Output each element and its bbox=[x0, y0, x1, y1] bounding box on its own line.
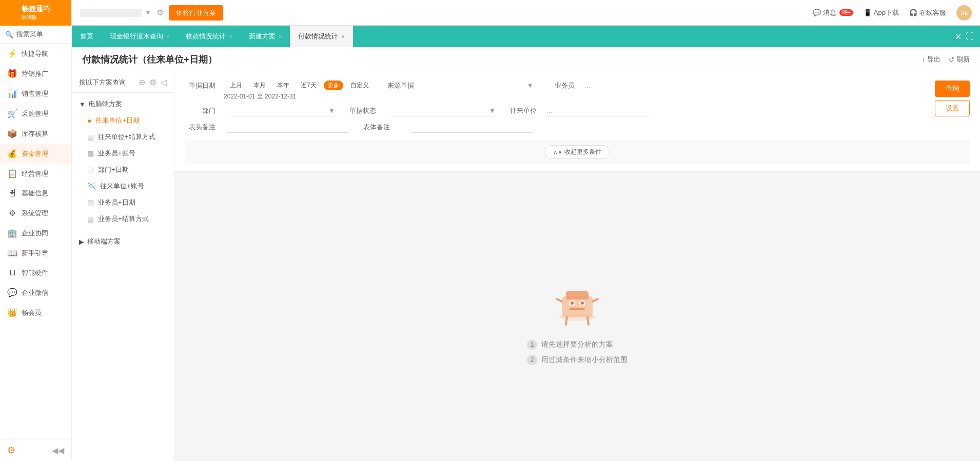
hint-text-2: 用过滤条件来缩小分析范围 bbox=[541, 355, 628, 365]
refresh-btn[interactable]: ↺ 刷新 bbox=[949, 55, 970, 64]
body-note-label: 表体备注 bbox=[359, 123, 390, 132]
scheme-group-mobile-title[interactable]: ▶ 移动端方案 bbox=[72, 233, 174, 250]
sidebar-item-vip[interactable]: 👑畅会员 bbox=[0, 303, 71, 323]
sidebar-item-wechat[interactable]: 💬企业微信 bbox=[0, 283, 71, 303]
tab-new-scheme[interactable]: 新建方案 × bbox=[241, 26, 290, 47]
source-select[interactable]: ▼ bbox=[424, 80, 534, 91]
empty-illustration bbox=[546, 268, 608, 331]
dept-select[interactable]: ▼ bbox=[226, 105, 335, 116]
app-download-btn[interactable]: 📱 App下载 bbox=[864, 8, 899, 17]
sidebar-item-newbie[interactable]: 📖新手引导 bbox=[0, 243, 71, 263]
dropdown-icon[interactable]: ▼ bbox=[145, 9, 151, 16]
svg-rect-2 bbox=[566, 291, 589, 299]
tab-receivable[interactable]: 收款情况统计 × bbox=[178, 26, 240, 47]
dept-value bbox=[226, 107, 328, 114]
sidebar-label-wechat: 企业微信 bbox=[22, 288, 48, 297]
sidebar-item-sales[interactable]: 📊销售管理 bbox=[0, 84, 71, 104]
sidebar-icon-basics: 🗄 bbox=[7, 189, 17, 198]
collapse-bar: ∧∧ 收起更多条件 bbox=[185, 140, 970, 164]
scheme-item-staff-account[interactable]: ▦ 业务员+账号 bbox=[72, 145, 174, 162]
sidebar-item-basics[interactable]: 🗄基础信息 bbox=[0, 184, 71, 203]
scheme-item-staff-date[interactable]: ▦ 业务员+日期 bbox=[72, 194, 174, 211]
sidebar-label-marketing: 营销推广 bbox=[22, 69, 48, 78]
sidebar-item-hardware[interactable]: 🖥智能硬件 bbox=[0, 263, 71, 283]
tab-payment-stats[interactable]: 付款情况统计 × bbox=[290, 26, 352, 47]
sidebar-item-inventory[interactable]: 📦库存核算 bbox=[0, 124, 71, 144]
messages-btn[interactable]: 💬 消息 99+ bbox=[813, 8, 853, 17]
scheme-item-counterpart-payment[interactable]: ▦ 往来单位+结算方式 bbox=[72, 129, 174, 145]
collapse-sidebar-btn[interactable]: ◀◀ bbox=[52, 446, 64, 455]
scheme-item-counterpart-account[interactable]: 📉 往来单位+账号 bbox=[72, 178, 174, 194]
sidebar: 畅捷通巧 标准版 🔍 搜索菜单 ⚡快捷导航🎁营销推广📊销售管理🛒采购管理📦库存核… bbox=[0, 0, 72, 461]
date-more[interactable]: 更多 bbox=[324, 81, 343, 90]
date-this-year[interactable]: 本年 bbox=[273, 79, 293, 91]
doc-status-select[interactable]: ▼ bbox=[386, 105, 496, 116]
sidebar-item-system[interactable]: ⚙系统管理 bbox=[0, 203, 71, 223]
sidebar-icon-system: ⚙ bbox=[7, 208, 17, 218]
scheme-item-dept-date[interactable]: ▦ 部门+日期 bbox=[72, 162, 174, 178]
sidebar-logo: 畅捷通巧 标准版 bbox=[0, 0, 71, 26]
scheme-item-staff-payment[interactable]: ▦ 业务员+结算方式 bbox=[72, 211, 174, 227]
search-label: 搜索菜单 bbox=[16, 30, 43, 39]
trial-btn[interactable]: 体验行业方案 bbox=[169, 5, 223, 21]
source-dropdown-icon: ▼ bbox=[527, 82, 534, 89]
tab-new-scheme-label: 新建方案 bbox=[249, 32, 276, 41]
header-note-input[interactable] bbox=[226, 122, 349, 133]
date-last-7[interactable]: 近7天 bbox=[297, 79, 321, 91]
body-area: 按以下方案查询 ⊕ ⚙ ◁ ▼ 电脑端方案 ● 往来单位+日期 bbox=[72, 72, 980, 461]
body-note-input[interactable] bbox=[410, 122, 534, 133]
expand-icon[interactable]: ⛶ bbox=[966, 32, 974, 41]
scheme-item-counterpart-date[interactable]: ● 往来单位+日期 bbox=[72, 112, 174, 129]
date-this-month[interactable]: 本月 bbox=[249, 79, 270, 91]
add-scheme-btn[interactable]: ⊕ bbox=[139, 77, 145, 87]
sidebar-icon-quick-nav: ⚡ bbox=[7, 49, 17, 58]
tab-new-scheme-close[interactable]: × bbox=[279, 33, 282, 39]
doc-status-dropdown-icon: ▼ bbox=[489, 107, 496, 114]
sidebar-icon-vip: 👑 bbox=[7, 308, 17, 317]
sidebar-search[interactable]: 🔍 搜索菜单 bbox=[0, 26, 71, 44]
tab-cash-flow-close[interactable]: × bbox=[166, 33, 169, 39]
sidebar-item-operation[interactable]: 📋经营管理 bbox=[0, 164, 71, 184]
staff-value: ... bbox=[585, 82, 688, 89]
export-btn[interactable]: ↑ 导出 bbox=[922, 55, 941, 64]
sidebar-item-marketing[interactable]: 🎁营销推广 bbox=[0, 64, 71, 84]
sidebar-label-finance: 资金管理 bbox=[22, 149, 48, 158]
date-last-month[interactable]: 上月 bbox=[226, 79, 246, 91]
date-custom[interactable]: 自定义 bbox=[346, 79, 373, 91]
svg-rect-7 bbox=[570, 308, 585, 310]
settings-btn[interactable]: 设置 bbox=[935, 100, 970, 116]
tab-payment-stats-label: 付款情况统计 bbox=[298, 32, 338, 41]
hint-num-2: 2 bbox=[527, 355, 537, 365]
sidebar-item-purchase[interactable]: 🛒采购管理 bbox=[0, 104, 71, 124]
close-all-icon[interactable]: ✕ bbox=[955, 32, 962, 42]
app-download-label: App下载 bbox=[874, 8, 899, 17]
query-btn[interactable]: 查询 bbox=[935, 81, 970, 97]
collapse-conditions-btn[interactable]: ∧∧ 收起更多条件 bbox=[544, 145, 610, 159]
sidebar-item-enterprise[interactable]: 🏢企业协同 bbox=[0, 223, 71, 243]
user-avatar[interactable]: Rit bbox=[956, 5, 972, 21]
source-value bbox=[424, 82, 527, 89]
logo-sub: 标准版 bbox=[22, 14, 50, 21]
empty-hints: 1 请先选择要分析的方案 2 用过滤条件来缩小分析范围 bbox=[527, 339, 628, 365]
scheme-group-desktop-title[interactable]: ▼ 电脑端方案 bbox=[72, 96, 174, 112]
sidebar-item-finance[interactable]: 💰资金管理 bbox=[0, 144, 71, 164]
tab-cash-flow[interactable]: 现金银行流水查询 × bbox=[102, 26, 178, 47]
scheme-panel: 按以下方案查询 ⊕ ⚙ ◁ ▼ 电脑端方案 ● 往来单位+日期 bbox=[72, 72, 174, 461]
counterpart-select[interactable]: ... bbox=[547, 105, 650, 116]
sidebar-item-quick-nav[interactable]: ⚡快捷导航 bbox=[0, 44, 71, 64]
tab-receivable-close[interactable]: × bbox=[229, 33, 232, 39]
sidebar-label-inventory: 库存核算 bbox=[22, 129, 48, 138]
settings-icon[interactable]: ⚙ bbox=[7, 445, 15, 456]
company-info: ▼ bbox=[80, 9, 151, 17]
scheme-item-label-3: 业务员+账号 bbox=[98, 149, 135, 158]
sidebar-label-basics: 基础信息 bbox=[22, 189, 48, 198]
sidebar-label-sales: 销售管理 bbox=[22, 89, 48, 98]
online-service-btn[interactable]: 🎧 在线客服 bbox=[909, 8, 946, 17]
tab-payment-stats-close[interactable]: × bbox=[341, 33, 344, 39]
page-title: 付款情况统计（往来单位+日期） bbox=[82, 53, 217, 66]
settings-gear-icon[interactable]: ⚙ bbox=[156, 8, 164, 17]
tab-home[interactable]: 首页 bbox=[72, 26, 102, 47]
staff-select[interactable]: ... bbox=[585, 80, 688, 91]
collapse-scheme-btn[interactable]: ◁ bbox=[161, 77, 167, 87]
scheme-settings-btn[interactable]: ⚙ bbox=[149, 77, 156, 87]
